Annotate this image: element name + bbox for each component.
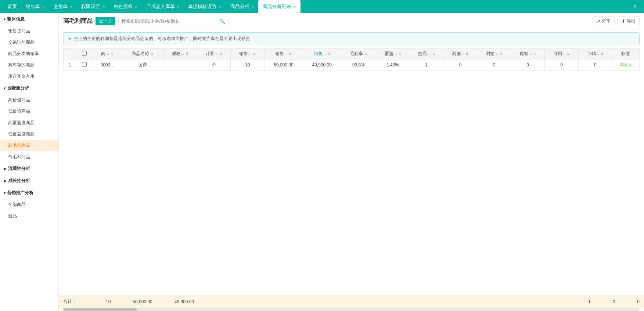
col-browse1[interactable]: 浏览... ⇅: [443, 48, 477, 59]
nav-purchase-order[interactable]: 进货单 ×: [49, 0, 76, 13]
col-tag[interactable]: 标签: [612, 48, 639, 59]
nav-permission-settings[interactable]: 权限设置 ×: [77, 0, 109, 13]
horizontal-scrollbar[interactable]: [63, 308, 640, 311]
row-checkbox[interactable]: [82, 62, 87, 67]
col-stock1-sort-icon: ⇅: [533, 52, 536, 56]
sidebar-group-contribution[interactable]: ▾ 贡献量分析: [0, 82, 58, 94]
cell-sales3: 49,900.00: [303, 59, 341, 70]
col-unit[interactable]: 计量... ⇅: [197, 48, 231, 59]
nav-product-analysis[interactable]: 商品分析 ×: [226, 0, 258, 13]
cell-checkbox[interactable]: [76, 59, 93, 70]
cell-stock1: 0: [511, 59, 545, 70]
col-browse2[interactable]: 浏览... ⇅: [477, 48, 511, 59]
select-all-checkbox[interactable]: [82, 51, 87, 56]
sidebar-item-all-goods[interactable]: 全部商品: [0, 199, 58, 210]
scrollbar-thumb[interactable]: [63, 308, 137, 311]
cell-transaction: 1: [410, 59, 443, 70]
sidebar-item-low-coverage[interactable]: 低覆盖度商品: [0, 129, 58, 140]
col-stock3[interactable]: 可销... ⇅: [578, 48, 612, 59]
cell-stock3: 0: [578, 59, 612, 70]
cell-gross-rate: 99.8%: [341, 59, 376, 70]
nav-role-auth-close[interactable]: ×: [135, 4, 137, 9]
nav-template-settings[interactable]: 单据模板设置 ×: [184, 0, 226, 13]
col-name-sort-icon: ⇅: [150, 52, 153, 56]
nav-product-analysis-close[interactable]: ×: [252, 4, 254, 9]
footer-stock2: 0: [637, 299, 640, 304]
col-transaction[interactable]: 交易... ⇅: [410, 48, 443, 59]
window-close-button[interactable]: ×: [629, 3, 641, 10]
col-sales2[interactable]: 销售... ⇅: [265, 48, 303, 59]
col-browse1-sort-icon: ⇅: [465, 52, 468, 56]
sidebar-item-low-margin[interactable]: 低毛利商品: [0, 151, 58, 163]
info-banner: ✦ 企业的主要的利润都是这部分商品创造的，可考虑加大推广，同时关注库存是不要出现…: [63, 32, 640, 45]
table-body: 1 0000... 运费 个 10 50,000.00 49,900.00 99…: [64, 59, 640, 70]
nav-sales-order-close[interactable]: ×: [42, 4, 44, 9]
col-sales3-sort-icon: ⇅: [327, 52, 330, 56]
col-stock2[interactable]: 可用... ⇅: [545, 48, 579, 59]
sidebar-group-overall[interactable]: ▾ 整体信息: [0, 13, 58, 25]
col-sales1[interactable]: 销售... ⇅: [231, 48, 265, 59]
cell-stock2: 0: [545, 59, 579, 70]
sidebar-item-low-value[interactable]: 低价值商品: [0, 106, 58, 117]
search-input[interactable]: [122, 19, 219, 24]
share-button[interactable]: ↗ 分享: [593, 16, 615, 26]
overall-arrow-icon: ▾: [4, 17, 6, 21]
col-sales1-sort-icon: ⇅: [253, 52, 256, 56]
nav-role-auth[interactable]: 角色授权 ×: [109, 0, 141, 13]
sidebar-item-in-stock[interactable]: 有库存的商品: [0, 59, 58, 71]
share-icon: ↗: [597, 19, 600, 24]
sidebar-item-high-margin[interactable]: 高毛利商品: [0, 140, 58, 151]
nav-sales-order[interactable]: 销售单 ×: [21, 0, 49, 13]
col-gross-rate[interactable]: 毛利率 ⇅: [341, 48, 376, 59]
filter-recent-month-button[interactable]: 近一月: [96, 17, 115, 25]
data-table: 商... ⇅ 商品名称 ⇅ 规格...: [63, 48, 640, 70]
nav-product-analysis-list-close[interactable]: ×: [294, 4, 296, 9]
sidebar-item-high-value[interactable]: 高价值商品: [0, 94, 58, 106]
info-icon: ✦: [68, 36, 72, 41]
col-spec-sort-icon: ⇅: [186, 52, 188, 56]
col-sales3[interactable]: 销售... ⇅: [303, 48, 341, 59]
sidebar-item-category-rate[interactable]: 商品分类助销率: [0, 48, 58, 59]
sidebar-item-traded-goods[interactable]: 交易过的商品: [0, 37, 58, 48]
col-stock2-sort-icon: ⇅: [567, 52, 570, 56]
col-unit-sort-icon: ⇅: [219, 52, 222, 56]
cell-browse1[interactable]: 0: [443, 59, 477, 70]
col-coverage[interactable]: 覆盖... ⇅: [376, 48, 410, 59]
export-button[interactable]: ⬇ 导出: [618, 16, 640, 26]
col-checkbox[interactable]: [76, 48, 93, 59]
content-area: 高毛利商品 近一月 🔍 ↗ 分享 ⬇ 导出 ✦ 企业的主要的利润都是这部分商品创…: [59, 13, 644, 311]
col-sales2-sort-icon: ⇅: [289, 52, 292, 56]
col-browse2-sort-icon: ⇅: [499, 52, 502, 56]
col-coverage-sort-icon: ⇅: [398, 52, 401, 56]
col-code-sort-icon: ⇅: [110, 52, 113, 56]
content-header: 高毛利商品 近一月 🔍 ↗ 分享 ⬇ 导出: [59, 13, 644, 29]
col-spec[interactable]: 规格... ⇅: [163, 48, 197, 59]
sidebar-item-sales-goods[interactable]: 销售货商品: [0, 25, 58, 37]
nav-product-warehouse-close[interactable]: ×: [177, 4, 179, 9]
cell-browse2: 0: [477, 59, 511, 70]
sidebar-item-stock-capital[interactable]: 库存资金占用: [0, 71, 58, 82]
sidebar-group-marketing[interactable]: ▾ 营销推广分析: [0, 187, 58, 199]
col-name[interactable]: 商品名称 ⇅: [122, 48, 163, 59]
nav-product-warehouse[interactable]: 产成品入库单 ×: [142, 0, 184, 13]
main-layout: 《 ▾ 整体信息 销售货商品 交易过的商品 商品分类助销率 有库存的商品 库存资…: [0, 13, 644, 311]
col-transaction-sort-icon: ⇅: [432, 52, 435, 56]
cell-seq: 1: [64, 59, 76, 70]
cell-coverage: 1.49%: [376, 59, 410, 70]
sidebar-group-growth[interactable]: ▶ 成长性分析: [0, 175, 58, 187]
sidebar-group-circulation[interactable]: ▶ 流通性分析: [0, 163, 58, 175]
col-gross-rate-sort-icon: ⇅: [364, 52, 367, 56]
sidebar-item-high-coverage[interactable]: 高覆盖度商品: [0, 117, 58, 129]
nav-home[interactable]: 首页: [3, 0, 21, 13]
sidebar-item-new-goods[interactable]: 新品: [0, 210, 58, 222]
col-stock1[interactable]: 现有... ⇅: [511, 48, 545, 59]
nav-template-settings-close[interactable]: ×: [219, 4, 221, 9]
table-row: 1 0000... 运费 个 10 50,000.00 49,900.00 99…: [64, 59, 640, 70]
col-code[interactable]: 商... ⇅: [93, 48, 122, 59]
contribution-arrow-icon: ▾: [4, 86, 6, 90]
nav-purchase-order-close[interactable]: ×: [70, 4, 72, 9]
search-icon[interactable]: 🔍: [219, 18, 225, 24]
nav-permission-settings-close[interactable]: ×: [102, 4, 105, 9]
col-seq: [64, 48, 76, 59]
nav-product-analysis-list[interactable]: 商品分析列表 ×: [258, 0, 300, 13]
